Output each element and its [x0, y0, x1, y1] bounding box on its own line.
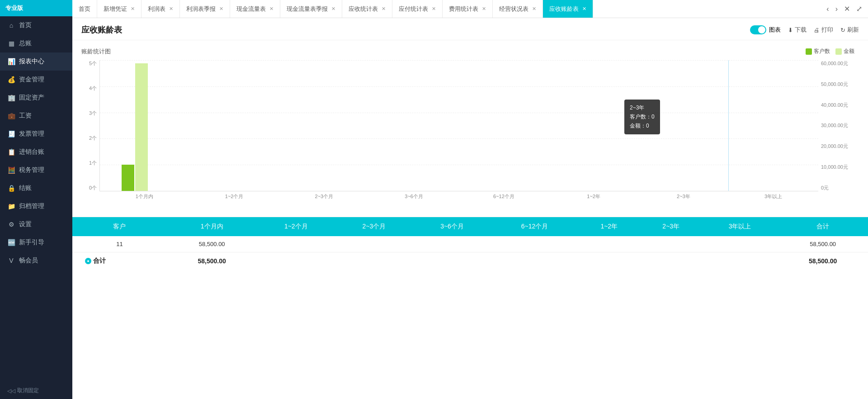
table-area: 客户 1个月内 1~2个月 2~3个月 3~6个月 6~12个月 1~2年 2~…: [72, 217, 868, 399]
sidebar-item-fund[interactable]: 💰 资金管理: [0, 71, 72, 89]
tab-aging-close[interactable]: ✕: [582, 6, 586, 12]
tab-payable-stat-close[interactable]: ✕: [432, 6, 436, 12]
y-left-5: 5个: [89, 60, 97, 67]
y-left-2: 2个: [89, 135, 97, 142]
y-axis-left: 5个 4个 3个 2个 1个 0个: [81, 60, 99, 191]
sidebar-item-tax[interactable]: 🧮 税务管理: [0, 161, 72, 179]
tab-new-voucher-label: 新增凭证: [104, 5, 127, 13]
legend-amount: 金额: [835, 48, 854, 55]
sidebar-item-report[interactable]: 📊 报表中心: [0, 52, 72, 71]
member-icon: V: [7, 256, 15, 265]
main-area: 首页 新增凭证 ✕ 利润表 ✕ 利润表季报 ✕ 现金流量表 ✕ 现金流量表季报 …: [72, 0, 868, 399]
download-icon: ⬇: [788, 27, 793, 33]
tab-profit[interactable]: 利润表 ✕: [142, 0, 180, 18]
tab-profit-quarter[interactable]: 利润表季报 ✕: [180, 0, 230, 18]
tab-payable-stat-label: 应付统计表: [399, 5, 428, 13]
home-icon: ⌂: [7, 21, 15, 29]
y-left-0: 0个: [89, 185, 97, 191]
tab-cashflow-quarter-close[interactable]: ✕: [331, 6, 335, 12]
sidebar-item-member[interactable]: V 畅会员: [0, 252, 72, 270]
refresh-label: 刷新: [847, 26, 859, 34]
col-header-year12: 1~2年: [578, 217, 640, 236]
sidebar-item-home[interactable]: ⌂ 首页: [0, 16, 72, 34]
table-footer-row: ● 合计 58,500.00 58,500.00: [72, 252, 868, 270]
sidebar-label-fixed-assets: 固定资产: [19, 94, 44, 102]
tab-aging[interactable]: 应收账龄表 ✕: [543, 0, 593, 18]
sidebar-label-member: 畅会员: [19, 256, 38, 265]
fund-icon: 💰: [7, 76, 15, 84]
x-label-2: 2~3个月: [279, 191, 369, 200]
download-button[interactable]: ⬇ 下载: [788, 26, 807, 34]
x-label-3: 3~6个月: [369, 191, 459, 200]
col-header-year3plus: 3年以上: [702, 217, 778, 236]
grid-line-60: [100, 113, 818, 113]
y-left-1: 1个: [89, 160, 97, 166]
sidebar-label-checkout: 结账: [19, 184, 32, 192]
total-icon: ●: [85, 258, 91, 264]
y-left-4: 4个: [89, 85, 97, 92]
sidebar-item-salary[interactable]: 💼 工资: [0, 107, 72, 125]
sidebar-item-settings[interactable]: ⚙ 设置: [0, 215, 72, 233]
legend-amount-dot: [835, 48, 842, 55]
tab-prev-button[interactable]: ‹: [824, 4, 831, 14]
col-header-customer: 客户: [72, 217, 167, 236]
sidebar-item-invoice[interactable]: 🧾 发票管理: [0, 125, 72, 143]
cell-total: 58,500.00: [778, 236, 868, 252]
footer-total: 58,500.00: [778, 252, 868, 270]
sidebar-pin-toggle[interactable]: ◁◁ 取消固定: [0, 382, 72, 399]
y-axis-right: 60,000.00元 50,000.00元 40,000.00元 30,000.…: [818, 60, 859, 191]
x-label-1: 1~2个月: [189, 191, 279, 200]
tab-cashflow-quarter[interactable]: 现金流量表季报 ✕: [280, 0, 342, 18]
cell-customer: 11: [72, 236, 167, 252]
tab-home[interactable]: 首页: [72, 0, 97, 18]
tab-next-button[interactable]: ›: [833, 4, 840, 14]
sales-ledger-icon: 📋: [7, 148, 15, 156]
tab-new-voucher-close[interactable]: ✕: [131, 6, 135, 12]
tab-receivable-stat-close[interactable]: ✕: [382, 6, 386, 12]
col-header-month1: 1个月内: [167, 217, 257, 236]
chart-plot: 2~3年 客户数：0 金额：0: [99, 60, 818, 191]
sidebar-label-home: 首页: [19, 21, 32, 29]
tab-profit-quarter-close[interactable]: ✕: [219, 6, 223, 12]
fixed-assets-icon: 🏢: [7, 94, 15, 102]
print-button[interactable]: 🖨 打印: [814, 26, 833, 34]
tab-business-stat[interactable]: 经营状况表 ✕: [493, 0, 543, 18]
sidebar-label-invoice: 发票管理: [19, 130, 44, 138]
grid-line-40: [100, 138, 818, 139]
sidebar-item-archive[interactable]: 📁 归档管理: [0, 197, 72, 215]
tab-expand-button[interactable]: ⤢: [854, 4, 864, 14]
page-title: 应收账龄表: [81, 24, 122, 35]
tab-business-stat-label: 经营状况表: [499, 5, 528, 13]
x-label-5: 1~2年: [549, 191, 639, 200]
tab-receivable-stat[interactable]: 应收统计表 ✕: [342, 0, 392, 18]
footer-month612: [491, 252, 578, 270]
legend-customer-label: 客户数: [814, 48, 830, 55]
tab-cashflow[interactable]: 现金流量表 ✕: [230, 0, 280, 18]
tab-controls: ‹ › ✕ ⤢: [821, 4, 868, 14]
tab-close-all-button[interactable]: ✕: [842, 4, 852, 14]
ledger-icon: ▦: [7, 39, 15, 48]
cell-month36: [413, 236, 491, 252]
sidebar-item-ledger[interactable]: ▦ 总账: [0, 34, 72, 52]
footer-year3plus: [702, 252, 778, 270]
sidebar-item-checkout[interactable]: 🔒 结账: [0, 179, 72, 197]
grid-line-80: [100, 86, 818, 87]
sidebar-item-sales-ledger[interactable]: 📋 进销台账: [0, 143, 72, 161]
tab-profit-close[interactable]: ✕: [169, 6, 173, 12]
tab-expense-stat-close[interactable]: ✕: [482, 6, 486, 12]
refresh-button[interactable]: ↻ 刷新: [840, 26, 859, 34]
y-right-40k: 40,000.00元: [821, 102, 848, 109]
tab-expense-stat[interactable]: 费用统计表 ✕: [443, 0, 493, 18]
refresh-icon: ↻: [840, 27, 845, 33]
tab-receivable-stat-label: 应收统计表: [349, 5, 378, 13]
data-table: 客户 1个月内 1~2个月 2~3个月 3~6个月 6~12个月 1~2年 2~…: [72, 217, 868, 270]
sidebar-item-guide[interactable]: 🆕 新手引导: [0, 233, 72, 252]
tab-business-stat-close[interactable]: ✕: [532, 6, 536, 12]
chart-toggle[interactable]: [750, 25, 766, 34]
tab-payable-stat[interactable]: 应付统计表 ✕: [392, 0, 443, 18]
sidebar-item-fixed-assets[interactable]: 🏢 固定资产: [0, 89, 72, 107]
header-actions: 图表 ⬇ 下载 🖨 打印 ↻ 刷新: [750, 25, 859, 34]
cell-year3plus: [702, 236, 778, 252]
tab-cashflow-close[interactable]: ✕: [269, 6, 274, 12]
tab-new-voucher[interactable]: 新增凭证 ✕: [97, 0, 142, 18]
